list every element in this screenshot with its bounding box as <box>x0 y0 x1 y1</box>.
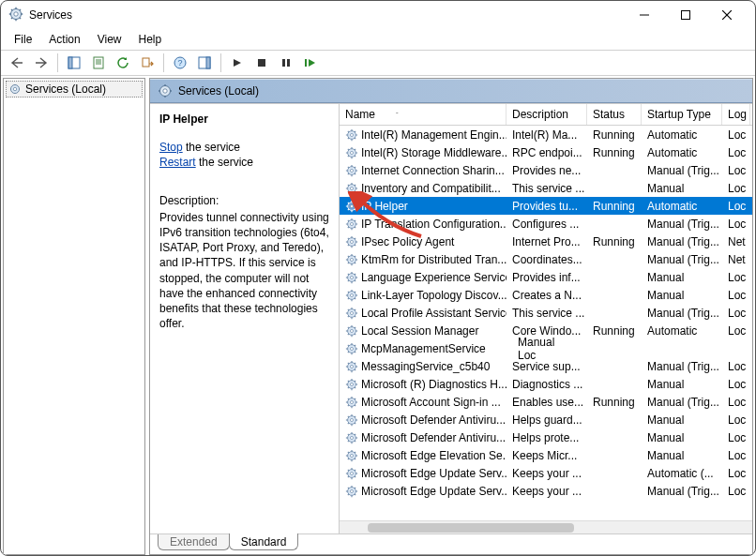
svg-line-63 <box>348 166 349 167</box>
svg-point-38 <box>350 133 353 136</box>
svg-line-236 <box>355 469 355 470</box>
cell-description: Provides ne... <box>507 164 587 177</box>
svg-point-98 <box>350 240 353 243</box>
service-row[interactable]: IP Translation Configuration...Configure… <box>340 215 752 233</box>
service-row[interactable]: Microsoft (R) Diagnostics H...Diagnostic… <box>340 375 752 393</box>
svg-point-148 <box>350 329 353 332</box>
cell-startup: Manual (Trig... <box>642 253 722 266</box>
column-startup-type[interactable]: Startup Type <box>642 104 722 125</box>
svg-point-208 <box>350 436 353 439</box>
restart-service-button[interactable] <box>300 53 321 73</box>
service-row[interactable]: MessagingService_c5b40Service sup...Manu… <box>340 357 752 375</box>
pause-service-button[interactable] <box>276 53 296 73</box>
svg-point-168 <box>350 365 353 368</box>
refresh-button[interactable] <box>113 53 133 73</box>
cell-log: Net <box>722 235 750 248</box>
svg-line-165 <box>348 352 349 353</box>
cell-startup: Manual <box>642 413 722 427</box>
cell-description: Coordinates... <box>507 253 587 266</box>
service-row[interactable]: Microsoft Defender Antiviru...Helps guar… <box>340 411 752 428</box>
svg-line-103 <box>348 237 349 238</box>
close-button[interactable] <box>706 2 748 28</box>
svg-line-85 <box>348 209 349 210</box>
cell-log: Loc <box>722 413 750 427</box>
stop-service-button[interactable] <box>251 53 272 73</box>
service-row[interactable]: Inventory and Compatibilit...This servic… <box>340 179 752 197</box>
cell-status: Running <box>587 324 642 338</box>
start-service-button[interactable] <box>227 53 248 73</box>
svg-line-234 <box>355 476 355 477</box>
service-row[interactable]: Microsoft Account Sign-in ...Enables use… <box>340 393 752 411</box>
cell-startup: Manual (Trig... <box>642 235 722 248</box>
export-list-button[interactable] <box>137 53 158 73</box>
service-row[interactable]: Microsoft Edge Update Serv...Keeps your … <box>340 464 752 482</box>
column-log-on-as[interactable]: Log <box>722 104 750 125</box>
service-row[interactable]: IPsec Policy AgentInternet Pro...Running… <box>340 233 752 250</box>
column-description[interactable]: Description <box>507 104 587 125</box>
service-row[interactable]: IP HelperProvides tu...RunningAutomaticL… <box>340 197 752 215</box>
svg-line-215 <box>348 441 349 442</box>
menu-action[interactable]: Action <box>41 31 87 48</box>
svg-point-68 <box>350 187 353 189</box>
service-row[interactable]: Local Profile Assistant ServiceThis serv… <box>340 304 752 322</box>
cell-startup: Manual <box>642 431 722 444</box>
svg-line-245 <box>348 494 349 495</box>
restart-link[interactable]: Restart <box>159 156 196 169</box>
service-row[interactable]: Intel(R) Management Engin...Intel(R) Ma.… <box>340 126 752 143</box>
scrollbar-thumb[interactable] <box>368 523 574 533</box>
svg-rect-16 <box>94 57 103 68</box>
cell-log: Loc <box>722 307 750 320</box>
cell-name: Inventory and Compatibilit... <box>340 182 507 195</box>
svg-line-205 <box>348 423 349 424</box>
service-row[interactable]: KtmRm for Distributed Tran...Coordinates… <box>340 250 752 268</box>
cell-description: Service sup... <box>507 360 587 373</box>
back-button[interactable] <box>7 53 27 73</box>
help-button[interactable]: ? <box>170 53 190 73</box>
svg-line-96 <box>355 219 355 220</box>
tree-item-services-local[interactable]: Services (Local) <box>6 81 143 98</box>
svg-line-224 <box>355 458 355 459</box>
maximize-button[interactable] <box>665 2 706 28</box>
menu-help[interactable]: Help <box>131 31 170 48</box>
properties-button[interactable] <box>88 53 109 73</box>
minimize-button[interactable] <box>624 2 665 28</box>
column-name[interactable]: Nameˆ <box>340 104 507 125</box>
tab-standard[interactable]: Standard <box>229 533 299 550</box>
console-tree[interactable]: Services (Local) <box>3 78 145 555</box>
svg-line-93 <box>348 219 349 220</box>
service-row[interactable]: Link-Layer Topology Discov...Creates a N… <box>340 286 752 304</box>
show-hide-action-pane-button[interactable] <box>194 53 215 73</box>
service-row[interactable]: Microsoft Edge Update Serv...Keeps your … <box>340 482 752 500</box>
cell-startup: Automatic (... <box>642 467 722 480</box>
cell-description: Keeps your ... <box>507 467 587 480</box>
list-body[interactable]: Intel(R) Management Engin...Intel(R) Ma.… <box>340 126 752 520</box>
service-row[interactable]: Intel(R) Storage Middleware...RPC endpoi… <box>340 143 752 161</box>
svg-rect-24 <box>206 57 210 68</box>
svg-line-173 <box>348 362 349 363</box>
column-status[interactable]: Status <box>587 104 642 125</box>
service-row[interactable]: Microsoft Edge Elevation Se...Keeps Micr… <box>340 446 752 464</box>
menu-file[interactable]: File <box>7 31 39 48</box>
result-header-label: Services (Local) <box>178 84 259 98</box>
horizontal-scrollbar[interactable] <box>340 520 752 533</box>
svg-line-154 <box>355 334 355 335</box>
svg-line-144 <box>355 316 355 317</box>
svg-line-206 <box>355 415 355 416</box>
menu-view[interactable]: View <box>90 31 129 48</box>
cell-status: Running <box>587 200 642 213</box>
svg-line-135 <box>348 298 349 299</box>
forward-button[interactable] <box>31 53 52 73</box>
cell-description: Keeps Micr... <box>507 449 587 462</box>
tab-extended[interactable]: Extended <box>158 534 230 550</box>
cell-log: Loc <box>722 485 750 498</box>
service-row[interactable]: Language Experience ServiceProvides inf.… <box>340 268 752 286</box>
svg-line-104 <box>355 245 355 246</box>
list-header: Nameˆ Description Status Startup Type Lo… <box>340 104 752 126</box>
service-row[interactable]: Internet Connection Sharin...Provides ne… <box>340 161 752 179</box>
svg-line-9 <box>20 9 21 10</box>
show-hide-tree-button[interactable] <box>64 53 84 73</box>
description-text: Provides tunnel connectivity using IPv6 … <box>159 210 329 332</box>
service-row[interactable]: Microsoft Defender Antiviru...Helps prot… <box>340 428 752 446</box>
stop-link[interactable]: Stop <box>159 141 183 154</box>
service-row[interactable]: McpManagementServiceManualLoc <box>340 339 752 357</box>
